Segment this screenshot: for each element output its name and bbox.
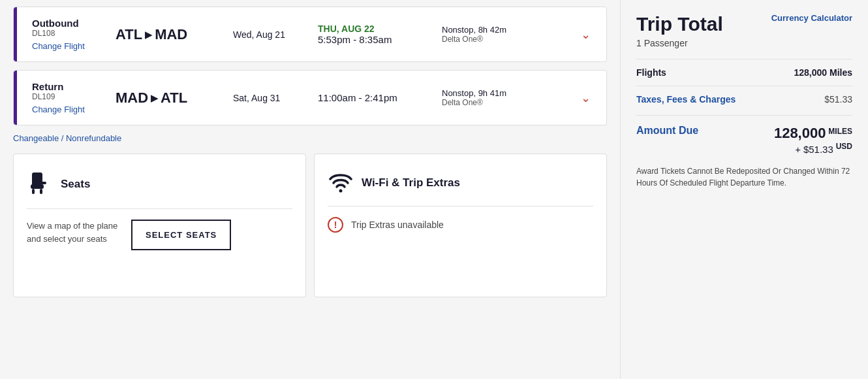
amount-due-miles-unit: MILES bbox=[828, 127, 852, 136]
svg-rect-3 bbox=[40, 189, 42, 194]
return-route-arrow: ▶ bbox=[151, 93, 158, 103]
return-info-left: Return DL109 Change Flight bbox=[24, 81, 116, 114]
svg-point-5 bbox=[339, 190, 343, 193]
return-flight-card: Return DL109 Change Flight MAD ▶ ATL Sat… bbox=[13, 70, 607, 125]
svg-rect-2 bbox=[32, 189, 35, 194]
return-route-to: ATL bbox=[161, 90, 187, 107]
seats-card: Seats View a map of the plane and select… bbox=[13, 154, 306, 297]
outbound-route-to: MAD bbox=[155, 26, 187, 43]
wifi-card-header: Wi-Fi & Trip Extras bbox=[328, 170, 593, 206]
return-service: Delta One® bbox=[442, 98, 576, 107]
return-nonstop: Nonstop, 9h 41m bbox=[442, 88, 576, 98]
flights-value: 128,000 Miles bbox=[794, 67, 852, 78]
outbound-route-from: ATL bbox=[116, 26, 142, 43]
outbound-change-flight-link[interactable]: Change Flight bbox=[32, 41, 85, 51]
seats-card-body: View a map of the plane and select your … bbox=[27, 220, 292, 250]
sidebar-flights-row: Flights 128,000 Miles bbox=[636, 59, 852, 86]
award-notice: Award Tickets Cannot Be Redeposited Or C… bbox=[636, 165, 852, 189]
warning-icon: ! bbox=[328, 217, 343, 233]
outbound-flight-card: Outbound DL108 Change Flight ATL ▶ MAD W… bbox=[13, 7, 607, 62]
amount-due-usd-line: + $51.33 USD bbox=[774, 142, 852, 155]
sidebar-taxes-row: Taxes, Fees & Charges $51.33 bbox=[636, 86, 852, 112]
amount-due-plus: + bbox=[795, 144, 801, 155]
wifi-icon bbox=[328, 170, 354, 195]
return-chevron-button[interactable]: ⌄ bbox=[576, 88, 596, 108]
outbound-time: THU, AUG 22 5:53pm - 8:35am bbox=[318, 24, 435, 45]
outbound-info-left: Outbound DL108 Change Flight bbox=[24, 18, 116, 51]
return-date: Sat, Aug 31 bbox=[233, 93, 311, 103]
svg-rect-4 bbox=[41, 182, 46, 184]
sidebar-top-row: Trip Total Currency Calculator bbox=[636, 13, 852, 35]
wifi-card-title: Wi-Fi & Trip Extras bbox=[362, 176, 460, 190]
changeable-notice[interactable]: Changeable / Nonrefundable bbox=[13, 133, 607, 143]
amount-due-label: Amount Due bbox=[636, 125, 698, 137]
sidebar-passenger: 1 Passenger bbox=[636, 38, 852, 48]
amount-due-usd-unit: USD bbox=[836, 142, 852, 151]
return-time-range: 11:00am - 2:41pm bbox=[318, 92, 435, 103]
return-route: MAD ▶ ATL bbox=[116, 90, 226, 107]
outbound-time-highlight: THU, AUG 22 bbox=[318, 24, 435, 34]
wifi-card: Wi-Fi & Trip Extras ! Trip Extras unavai… bbox=[314, 154, 607, 297]
chevron-down-icon-return: ⌄ bbox=[581, 91, 591, 105]
outbound-nonstop: Nonstop, 8h 42m bbox=[442, 25, 576, 35]
svg-rect-0 bbox=[32, 173, 42, 186]
flights-label: Flights bbox=[636, 67, 666, 78]
seats-card-title: Seats bbox=[61, 178, 90, 191]
trip-extras-row: ! Trip Extras unavailable bbox=[328, 217, 593, 233]
outbound-label: Outbound bbox=[32, 18, 116, 29]
sidebar: Trip Total Currency Calculator 1 Passeng… bbox=[620, 0, 868, 379]
return-meta: Nonstop, 9h 41m Delta One® bbox=[442, 88, 576, 107]
outbound-route: ATL ▶ MAD bbox=[116, 26, 226, 43]
amount-due-dollar: $51.33 bbox=[803, 144, 833, 155]
return-flight-number: DL109 bbox=[32, 92, 116, 101]
amount-due-section: Amount Due 128,000 MILES + $51.33 USD bbox=[636, 115, 852, 155]
taxes-label: Taxes, Fees & Charges bbox=[636, 94, 736, 105]
seat-icon bbox=[27, 170, 53, 198]
amount-due-row: Amount Due 128,000 MILES + $51.33 USD bbox=[636, 125, 852, 155]
seats-card-header: Seats bbox=[27, 170, 292, 209]
currency-calculator-link[interactable]: Currency Calculator bbox=[771, 13, 852, 23]
outbound-route-arrow: ▶ bbox=[145, 29, 152, 40]
outbound-service: Delta One® bbox=[442, 35, 576, 44]
chevron-down-icon: ⌄ bbox=[581, 28, 591, 41]
seats-card-description: View a map of the plane and select your … bbox=[27, 220, 118, 245]
return-time: 11:00am - 2:41pm bbox=[318, 92, 435, 103]
svg-rect-1 bbox=[31, 184, 44, 189]
outbound-time-range: 5:53pm - 8:35am bbox=[318, 34, 435, 45]
return-label: Return bbox=[32, 81, 116, 92]
outbound-flight-number: DL108 bbox=[32, 29, 116, 38]
outbound-accent bbox=[14, 7, 17, 61]
outbound-date: Wed, Aug 21 bbox=[233, 29, 311, 40]
trip-extras-unavailable: Trip Extras unavailable bbox=[351, 220, 444, 230]
amount-due-right: 128,000 MILES + $51.33 USD bbox=[774, 125, 852, 155]
taxes-value: $51.33 bbox=[824, 94, 852, 105]
return-route-from: MAD bbox=[116, 90, 148, 107]
bottom-cards: Seats View a map of the plane and select… bbox=[13, 154, 607, 297]
return-change-flight-link[interactable]: Change Flight bbox=[32, 105, 85, 114]
select-seats-button[interactable]: SELECT SEATS bbox=[131, 220, 231, 250]
outbound-meta: Nonstop, 8h 42m Delta One® bbox=[442, 25, 576, 44]
amount-due-miles-line: 128,000 MILES bbox=[774, 125, 852, 142]
return-accent bbox=[14, 71, 17, 125]
trip-total-label: Trip Total bbox=[636, 13, 723, 35]
outbound-chevron-button[interactable]: ⌄ bbox=[576, 25, 596, 44]
amount-due-miles: 128,000 bbox=[774, 125, 826, 141]
